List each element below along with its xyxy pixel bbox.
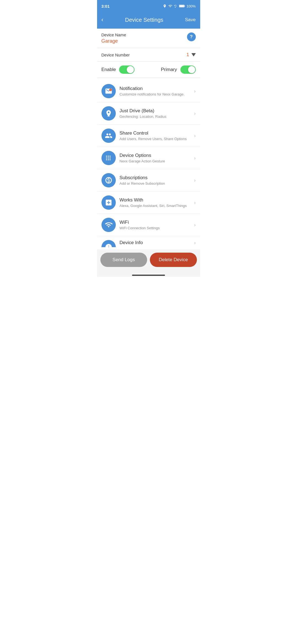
enable-group: Enable xyxy=(101,66,149,74)
status-bar: 3:01 100% xyxy=(97,0,200,12)
notification-subtitle: Customize notifications for Nexx Garage. xyxy=(120,92,192,96)
send-logs-button[interactable]: Send Logs xyxy=(100,253,147,267)
share-control-icon xyxy=(105,132,112,140)
delete-device-button[interactable]: Delete Device xyxy=(150,253,197,267)
wifi-subtitle: WiFi Connection Settings xyxy=(120,226,192,230)
device-number-dropdown-arrow[interactable] xyxy=(191,53,196,56)
menu-item-notification[interactable]: ! Notification Customize notifications f… xyxy=(97,80,200,102)
primary-group: Primary xyxy=(148,66,196,74)
svg-rect-2 xyxy=(179,5,184,7)
share-control-title: Share Control xyxy=(120,130,192,136)
device-options-title: Device Options xyxy=(120,153,192,158)
svg-text:!: ! xyxy=(110,89,111,91)
works-with-chevron: › xyxy=(194,200,196,206)
wifi-chevron: › xyxy=(194,222,196,228)
menu-item-works-with[interactable]: Works With Alexa, Google Assistant, Siri… xyxy=(97,192,200,214)
just-drive-subtitle: Geofencing: Location, Radius xyxy=(120,114,192,119)
just-drive-text: Just Drive (Beta) Geofencing: Location, … xyxy=(120,108,192,119)
battery-percent: 100% xyxy=(186,4,196,8)
subscriptions-chevron: › xyxy=(194,178,196,183)
device-options-subtitle: Nexx Garage Action Gesture xyxy=(120,159,192,163)
just-drive-icon-circle xyxy=(101,106,116,121)
page-title: Device Settings xyxy=(125,17,163,23)
device-number-right: 1 xyxy=(186,52,196,58)
primary-toggle[interactable] xyxy=(180,66,196,74)
share-control-chevron: › xyxy=(194,133,196,139)
share-control-text: Share Control Add Users, Remove Users, S… xyxy=(120,130,192,141)
works-with-text: Works With Alexa, Google Assistant, Siri… xyxy=(120,197,192,208)
location-icon xyxy=(163,4,167,8)
subscriptions-icon-circle xyxy=(101,173,116,187)
just-drive-title: Just Drive (Beta) xyxy=(120,108,192,114)
notification-title: Notification xyxy=(120,86,192,91)
notification-text: Notification Customize notifications for… xyxy=(120,86,192,96)
svg-point-5 xyxy=(107,116,110,117)
notification-icon: ! xyxy=(105,87,112,95)
device-info-title: Device Info xyxy=(120,240,192,245)
subscriptions-text: Subscriptions Add or Remove Subscription xyxy=(120,175,192,185)
device-number-value: 1 xyxy=(186,52,189,58)
device-options-text: Device Options Nexx Garage Action Gestur… xyxy=(120,153,192,163)
just-drive-icon xyxy=(105,110,112,117)
device-options-chevron: › xyxy=(194,155,196,161)
wifi-text: WiFi WiFi Connection Settings xyxy=(120,220,192,230)
device-info-chevron: › xyxy=(194,240,196,246)
save-button[interactable]: Save xyxy=(185,17,196,23)
wifi-icon-circle xyxy=(101,218,116,232)
battery-icon xyxy=(179,4,185,8)
wifi-status-icon xyxy=(168,4,172,8)
home-indicator-bar xyxy=(132,275,165,276)
device-name-value[interactable]: Garage xyxy=(101,38,126,44)
wifi-title: WiFi xyxy=(120,220,192,225)
toolbar: ‹ Device Settings Save xyxy=(97,12,200,29)
device-number-label: Device Number xyxy=(101,53,130,57)
device-number-row[interactable]: Device Number 1 xyxy=(97,48,200,62)
subscriptions-title: Subscriptions xyxy=(120,175,192,181)
menu-item-wifi[interactable]: WiFi WiFi Connection Settings › xyxy=(97,214,200,236)
home-indicator xyxy=(97,272,200,277)
menu-item-just-drive[interactable]: Just Drive (Beta) Geofencing: Location, … xyxy=(97,102,200,125)
device-options-icon xyxy=(105,154,112,162)
device-info-icon xyxy=(105,243,112,247)
menu-item-device-info[interactable]: Device Info › xyxy=(97,236,200,247)
primary-label: Primary xyxy=(161,67,177,72)
works-with-icon xyxy=(105,199,112,206)
device-name-label: Device Name xyxy=(101,32,126,37)
works-with-icon-circle xyxy=(101,195,116,210)
status-icons: 100% xyxy=(163,4,196,8)
share-control-subtitle: Add Users, Remove Users, Share Options xyxy=(120,137,192,141)
menu-section: ! Notification Customize notifications f… xyxy=(97,80,200,247)
device-info-text: Device Info xyxy=(120,240,192,246)
help-icon[interactable]: ? xyxy=(187,32,196,41)
enable-label: Enable xyxy=(101,67,116,72)
device-options-icon-circle xyxy=(101,151,116,165)
bottom-buttons: Send Logs Delete Device xyxy=(97,249,200,272)
share-control-icon-circle xyxy=(101,129,116,143)
device-info-icon-circle xyxy=(101,240,116,247)
works-with-subtitle: Alexa, Google Assistant, Siri, SmartThin… xyxy=(120,204,192,208)
menu-item-device-options[interactable]: Device Options Nexx Garage Action Gestur… xyxy=(97,147,200,169)
device-name-section: Device Name Garage ? xyxy=(97,29,200,48)
status-time: 3:01 xyxy=(101,4,110,9)
notification-chevron: › xyxy=(194,88,196,94)
subscriptions-icon xyxy=(105,176,112,184)
wifi-menu-icon xyxy=(105,221,112,229)
subscriptions-subtitle: Add or Remove Subscription xyxy=(120,181,192,185)
signal-icon xyxy=(174,4,178,8)
back-button[interactable]: ‹ xyxy=(101,16,103,23)
toggle-row: Enable Primary xyxy=(97,62,200,78)
menu-item-share-control[interactable]: Share Control Add Users, Remove Users, S… xyxy=(97,125,200,147)
svg-rect-1 xyxy=(185,6,185,7)
menu-item-subscriptions[interactable]: Subscriptions Add or Remove Subscription… xyxy=(97,169,200,192)
notification-icon-circle: ! xyxy=(101,84,116,98)
just-drive-chevron: › xyxy=(194,111,196,116)
enable-toggle[interactable] xyxy=(119,66,134,74)
works-with-title: Works With xyxy=(120,197,192,203)
